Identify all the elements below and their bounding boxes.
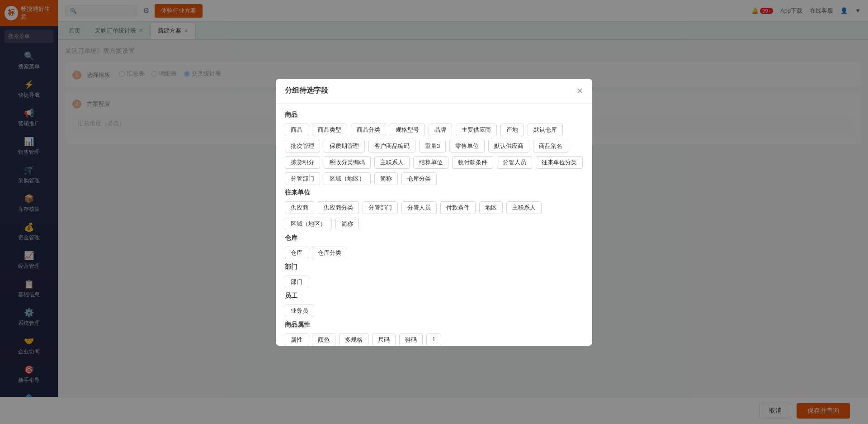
tag-尺码[interactable]: 尺码: [372, 333, 396, 346]
tag-商品别名[interactable]: 商品别名: [533, 140, 568, 152]
tag-默认供应商[interactable]: 默认供应商: [488, 140, 529, 152]
tag-分管部门[interactable]: 分管部门: [285, 172, 320, 185]
tag-颜色[interactable]: 颜色: [312, 333, 335, 346]
modal-title: 分组待选字段: [285, 86, 328, 95]
tag-grid-warehouse: 仓库仓库分类: [285, 247, 583, 259]
tag-品牌[interactable]: 品牌: [429, 124, 452, 136]
tag-往来单位分类[interactable]: 往来单位分类: [536, 156, 583, 169]
tag-付款条件[interactable]: 付款条件: [440, 201, 476, 214]
tag-主要供应商[interactable]: 主要供应商: [456, 124, 497, 136]
tag-分管人员[interactable]: 分管人员: [497, 156, 532, 169]
tag-分管人员[interactable]: 分管人员: [401, 201, 437, 214]
tag-区域（地区）[interactable]: 区域（地区）: [285, 218, 332, 230]
section-partner: 往来单位供应商供应商分类分管部门分管人员付款条件地区主联系人区域（地区）简称: [285, 189, 583, 230]
tag-客户商品编码[interactable]: 客户商品编码: [368, 140, 415, 152]
section-goods: 商品商品商品类型商品分类规格型号品牌主要供应商产地默认仓库批次管理保质期管理客户…: [285, 111, 583, 185]
tag-供应商[interactable]: 供应商: [285, 201, 314, 214]
tag-部门[interactable]: 部门: [285, 276, 308, 288]
section-title-goods_attr: 商品属性: [285, 321, 583, 329]
tag-商品分类[interactable]: 商品分类: [351, 124, 386, 136]
modal-close-button[interactable]: ✕: [576, 86, 583, 96]
tag-收付款条件[interactable]: 收付款条件: [452, 156, 493, 169]
tag-grid-goods_attr: 属性颜色多规格尺码鞋码1: [285, 333, 583, 346]
tag-区域（地区）[interactable]: 区域（地区）: [324, 172, 371, 185]
section-title-warehouse: 仓库: [285, 234, 583, 242]
tag-多规格[interactable]: 多规格: [339, 333, 368, 346]
modal: 分组待选字段 ✕ 商品商品商品类型商品分类规格型号品牌主要供应商产地默认仓库批次…: [276, 79, 592, 346]
tag-仓库[interactable]: 仓库: [285, 247, 308, 259]
section-warehouse: 仓库仓库仓库分类: [285, 234, 583, 259]
tag-商品类型[interactable]: 商品类型: [312, 124, 347, 136]
section-title-department: 部门: [285, 263, 583, 271]
tag-产地[interactable]: 产地: [500, 124, 524, 136]
tag-仓库分类[interactable]: 仓库分类: [401, 172, 437, 185]
tag-业务员[interactable]: 业务员: [285, 305, 314, 317]
modal-overlay: 分组待选字段 ✕ 商品商品商品类型商品分类规格型号品牌主要供应商产地默认仓库批次…: [0, 0, 868, 424]
section-employee: 员工业务员: [285, 292, 583, 317]
tag-简称[interactable]: 简称: [374, 172, 398, 185]
tag-鞋码[interactable]: 鞋码: [399, 333, 423, 346]
section-title-employee: 员工: [285, 292, 583, 300]
section-title-partner: 往来单位: [285, 189, 583, 197]
tag-供应商分类[interactable]: 供应商分类: [318, 201, 359, 214]
tag-默认仓库[interactable]: 默认仓库: [528, 124, 563, 136]
tag-零售单位[interactable]: 零售单位: [449, 140, 485, 152]
tag-分管部门[interactable]: 分管部门: [363, 201, 398, 214]
tag-主联系人[interactable]: 主联系人: [506, 201, 542, 214]
tag-保质期管理[interactable]: 保质期管理: [324, 140, 365, 152]
section-title-goods: 商品: [285, 111, 583, 119]
tag-主联系人[interactable]: 主联系人: [374, 156, 410, 169]
tag-结算单位[interactable]: 结算单位: [413, 156, 448, 169]
tag-规格型号[interactable]: 规格型号: [390, 124, 425, 136]
section-goods_attr: 商品属性属性颜色多规格尺码鞋码1: [285, 321, 583, 346]
tag-仓库分类[interactable]: 仓库分类: [312, 247, 347, 259]
tag-简称[interactable]: 简称: [335, 218, 359, 230]
tag-重量3[interactable]: 重量3: [419, 140, 446, 152]
section-department: 部门部门: [285, 263, 583, 288]
modal-body[interactable]: 商品商品商品类型商品分类规格型号品牌主要供应商产地默认仓库批次管理保质期管理客户…: [276, 104, 592, 346]
tag-拣货积分[interactable]: 拣货积分: [285, 156, 320, 169]
tag-grid-goods: 商品商品类型商品分类规格型号品牌主要供应商产地默认仓库批次管理保质期管理客户商品…: [285, 124, 583, 185]
tag-1[interactable]: 1: [426, 333, 441, 346]
tag-grid-employee: 业务员: [285, 305, 583, 317]
tag-地区[interactable]: 地区: [479, 201, 503, 214]
tag-grid-partner: 供应商供应商分类分管部门分管人员付款条件地区主联系人区域（地区）简称: [285, 201, 583, 230]
tag-grid-department: 部门: [285, 276, 583, 288]
tag-批次管理[interactable]: 批次管理: [285, 140, 320, 152]
tag-税收分类编码[interactable]: 税收分类编码: [324, 156, 371, 169]
modal-header: 分组待选字段 ✕: [276, 79, 592, 104]
tag-商品[interactable]: 商品: [285, 124, 308, 136]
tag-属性[interactable]: 属性: [285, 333, 308, 346]
